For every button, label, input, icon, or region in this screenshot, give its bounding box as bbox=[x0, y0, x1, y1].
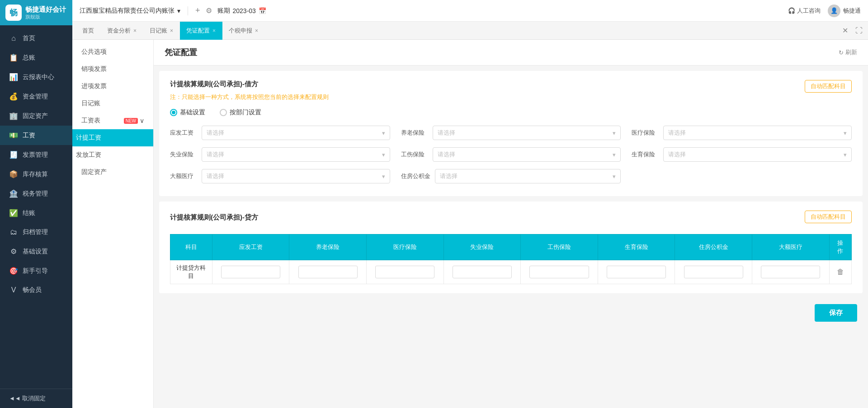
nav-label-home: 首页 bbox=[23, 34, 35, 42]
input-yiliao[interactable] bbox=[375, 266, 434, 278]
left-menu-item-public[interactable]: 公共选项 bbox=[72, 43, 153, 61]
select-zhufang-gongjijin[interactable]: 请选择 ▾ bbox=[435, 169, 621, 183]
credit-section-title: 计提核算规则(公司承担)-贷方 bbox=[170, 213, 258, 222]
debit-auto-match-button[interactable]: 自动匹配科目 bbox=[805, 80, 852, 93]
sidebar-item-tax[interactable]: 🏦税务管理 bbox=[0, 184, 72, 203]
left-menu-item-salary-accrual[interactable]: 计提工资 bbox=[72, 129, 153, 146]
calendar-icon[interactable]: 📅 bbox=[259, 7, 266, 14]
select-shengyu-baoxian[interactable]: 请选择 ▾ bbox=[663, 147, 852, 162]
select-yanglao-baoxian[interactable]: 请选择 ▾ bbox=[433, 126, 621, 140]
credit-auto-match-button[interactable]: 自动匹配科目 bbox=[805, 211, 852, 223]
sidebar-nav: ⌂首页📋总账📊云报表中心💰资金管理🏢固定资产💵工资🧾发票管理📦库存核算🏦税务管理… bbox=[0, 25, 72, 389]
company-selector[interactable]: 江西服宝精品有限责任公司内账张 ▾ bbox=[80, 7, 180, 15]
input-daejin[interactable] bbox=[761, 266, 820, 278]
table-header-row: 科目 应发工资 养老保险 医疗保险 失业保险 工伤保险 生育保险 住房公积金 大… bbox=[170, 234, 852, 260]
select-shiye-baoxian[interactable]: 请选择 ▾ bbox=[202, 147, 390, 162]
nav-icon-archive: 🗂 bbox=[9, 228, 18, 236]
field-zhufang-gongjijin: 住房公积金 请选择 ▾ bbox=[401, 169, 621, 183]
content: 公共选项 销项发票 进项发票 日记账 工资表 NEW ∨ 计提工资 bbox=[72, 40, 868, 408]
input-shiye[interactable] bbox=[453, 266, 512, 278]
company-dropdown-icon: ▾ bbox=[177, 7, 180, 14]
select-shengyu-baoxian-placeholder: 请选择 bbox=[668, 150, 686, 159]
tab-journal-close[interactable]: × bbox=[170, 28, 173, 34]
td-zhufang[interactable] bbox=[675, 260, 752, 284]
select-gongshang-baoxian-placeholder: 请选择 bbox=[438, 150, 455, 159]
input-shengyu[interactable] bbox=[607, 266, 666, 278]
left-menu-item-fixed-assets[interactable]: 固定资产 bbox=[72, 164, 153, 181]
radio-basic[interactable]: 基础设置 bbox=[170, 108, 205, 117]
nav-icon-inventory: 📦 bbox=[9, 170, 18, 178]
sidebar-item-vip[interactable]: V畅会员 bbox=[0, 281, 72, 300]
sidebar-item-assets[interactable]: 🏢固定资产 bbox=[0, 106, 72, 126]
expand-tab-button[interactable]: ⛶ bbox=[854, 25, 864, 37]
tab-voucher-config-close[interactable]: × bbox=[212, 28, 216, 34]
td-yanglao[interactable] bbox=[289, 260, 367, 284]
td-daejin[interactable] bbox=[752, 260, 829, 284]
sidebar-item-archive[interactable]: 🗂归档管理 bbox=[0, 223, 72, 242]
th-daejin: 大额医疗 bbox=[752, 234, 829, 260]
tab-fund-close[interactable]: × bbox=[133, 28, 137, 34]
refresh-button[interactable]: ↻ 刷新 bbox=[839, 48, 857, 56]
sidebar-item-invoice[interactable]: 🧾发票管理 bbox=[0, 145, 72, 164]
select-yingfa-gongzi[interactable]: 请选择 ▾ bbox=[202, 126, 390, 140]
select-daejin-yiliao[interactable]: 请选择 ▾ bbox=[202, 169, 390, 183]
nav-icon-vip: V bbox=[9, 286, 18, 294]
service-button[interactable]: 🎧 人工咨询 bbox=[788, 7, 821, 15]
sidebar-item-checkout[interactable]: ✅结账 bbox=[0, 203, 72, 223]
sidebar-item-inventory[interactable]: 📦库存核算 bbox=[0, 164, 72, 184]
select-zhufang-gongjijin-arrow: ▾ bbox=[613, 173, 616, 180]
td-yiliao[interactable] bbox=[367, 260, 444, 284]
radio-department[interactable]: 按部门设置 bbox=[220, 108, 261, 117]
left-menu-item-journal[interactable]: 日记账 bbox=[72, 95, 153, 112]
left-menu-item-purchase-invoice[interactable]: 进项发票 bbox=[72, 78, 153, 95]
sidebar-item-salary[interactable]: 💵工资 bbox=[0, 126, 72, 145]
tab-tax-report-close[interactable]: × bbox=[255, 28, 258, 34]
sidebar-footer[interactable]: ◄◄ 取消固定 bbox=[0, 389, 72, 408]
sidebar-item-guide[interactable]: 🎯新手引导 bbox=[0, 261, 72, 281]
tab-fund[interactable]: 资金分析 × bbox=[101, 22, 143, 40]
avatar: 👤 bbox=[828, 5, 840, 17]
nav-icon-settings: ⚙ bbox=[9, 247, 18, 256]
debit-fields-grid: 应发工资 请选择 ▾ 养老保险 请选择 ▾ 医疗 bbox=[170, 126, 852, 183]
sidebar-item-ledger[interactable]: 📋总账 bbox=[0, 48, 72, 67]
sidebar-item-funds[interactable]: 💰资金管理 bbox=[0, 87, 72, 106]
select-shengyu-baoxian-arrow: ▾ bbox=[844, 151, 847, 158]
nav-icon-home: ⌂ bbox=[9, 34, 18, 42]
left-menu-item-sales-invoice[interactable]: 销项发票 bbox=[72, 61, 153, 78]
tab-tax-report[interactable]: 个税申报 × bbox=[222, 22, 265, 40]
th-yingfa: 应发工资 bbox=[212, 234, 289, 260]
select-yingfa-gongzi-arrow: ▾ bbox=[382, 130, 385, 136]
radio-basic-circle bbox=[170, 109, 177, 116]
th-caozuo: 操作 bbox=[829, 234, 851, 260]
nav-icon-invoice: 🧾 bbox=[9, 150, 18, 159]
tab-voucher-config[interactable]: 凭证配置 × bbox=[180, 22, 222, 40]
add-tab-button[interactable]: + bbox=[195, 6, 200, 15]
select-yiliao-baoxian[interactable]: 请选择 ▾ bbox=[663, 126, 852, 140]
th-zhufang: 住房公积金 bbox=[675, 234, 752, 260]
td-shengyu[interactable] bbox=[598, 260, 675, 284]
left-menu-item-salary-table[interactable]: 工资表 NEW ∨ bbox=[72, 112, 153, 129]
td-delete[interactable]: 🗑 bbox=[829, 260, 851, 284]
input-zhufang[interactable] bbox=[684, 266, 743, 278]
td-yingfa[interactable] bbox=[212, 260, 289, 284]
left-menu-item-sales-invoice-label: 销项发票 bbox=[81, 65, 107, 73]
settings-icon[interactable]: ⚙ bbox=[206, 6, 212, 15]
sidebar-item-home[interactable]: ⌂首页 bbox=[0, 29, 72, 48]
save-button[interactable]: 保存 bbox=[815, 304, 857, 322]
tab-home[interactable]: 首页 bbox=[76, 22, 101, 40]
td-shiye[interactable] bbox=[443, 260, 521, 284]
input-yingfa[interactable] bbox=[221, 266, 280, 278]
logo-sub: 旗舰版 bbox=[25, 14, 66, 20]
input-gongshang[interactable] bbox=[529, 266, 589, 278]
tab-journal[interactable]: 日记账 × bbox=[143, 22, 180, 40]
td-gongshang[interactable] bbox=[521, 260, 598, 284]
close-tab-button[interactable]: ✕ bbox=[840, 24, 850, 37]
left-menu-item-salary-payment[interactable]: 发放工资 bbox=[72, 146, 153, 164]
user-button[interactable]: 👤 畅捷通 bbox=[828, 5, 861, 17]
select-gongshang-baoxian[interactable]: 请选择 ▾ bbox=[433, 147, 621, 162]
input-yanglao[interactable] bbox=[298, 266, 358, 278]
credit-section: 计提核算规则(公司承担)-贷方 自动匹配科目 科目 应发工资 养老保险 医疗保险… bbox=[159, 202, 863, 293]
sidebar-item-settings[interactable]: ⚙基础设置 bbox=[0, 242, 72, 261]
sidebar-item-reports[interactable]: 📊云报表中心 bbox=[0, 67, 72, 87]
delete-icon[interactable]: 🗑 bbox=[837, 268, 844, 276]
